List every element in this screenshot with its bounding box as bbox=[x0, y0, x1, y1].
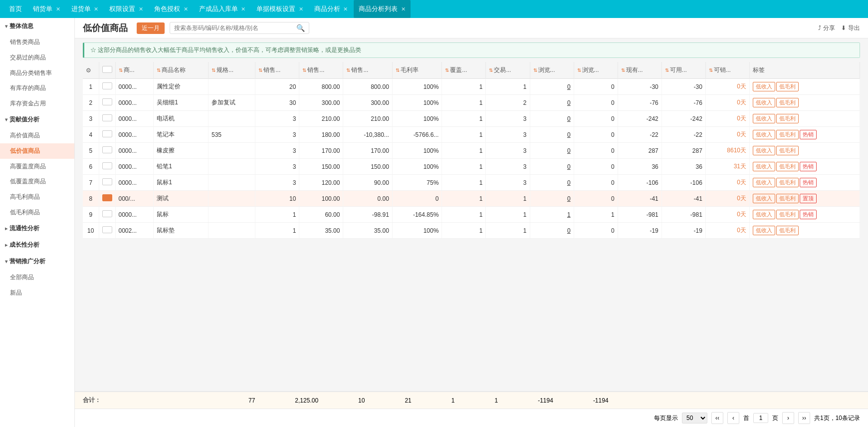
sidebar-group-flow[interactable]: ▸ 流通性分析 bbox=[0, 220, 74, 237]
nav-template[interactable]: 单据模板设置 ✕ bbox=[251, 0, 308, 18]
close-icon[interactable]: ✕ bbox=[94, 6, 98, 12]
nav-role[interactable]: 角色授权 ✕ bbox=[149, 0, 193, 18]
sidebar-group-marketing[interactable]: ▾ 营销推广分析 bbox=[0, 253, 74, 270]
row-checkbox[interactable] bbox=[102, 226, 112, 233]
sidebar-item-high-coverage[interactable]: 高覆盖度商品 bbox=[0, 159, 74, 174]
row-spec bbox=[209, 111, 255, 127]
browse1-link[interactable]: 0 bbox=[567, 163, 571, 170]
close-icon[interactable]: ✕ bbox=[343, 6, 348, 12]
nav-stock-in[interactable]: 产成品入库单 ✕ bbox=[194, 0, 251, 18]
sidebar-item-stock-capital[interactable]: 库存资金占用 bbox=[0, 96, 74, 111]
row-sale2: 180.00 bbox=[299, 127, 343, 143]
close-icon[interactable]: ✕ bbox=[299, 6, 303, 12]
page-input[interactable] bbox=[753, 413, 768, 423]
table-wrapper[interactable]: ⚙ ⇅商... ⇅商品名称 ⇅规格... ⇅销售... ⇅销售... ⇅销售..… bbox=[75, 62, 868, 391]
close-icon[interactable]: ✕ bbox=[401, 6, 406, 12]
col-code[interactable]: ⇅商... bbox=[115, 62, 154, 79]
row-checkbox[interactable] bbox=[102, 146, 112, 153]
sidebar-group-overview[interactable]: ▾ 整体信息 bbox=[0, 18, 74, 34]
search-input[interactable] bbox=[174, 24, 294, 31]
col-sale1[interactable]: ⇅销售... bbox=[255, 62, 299, 79]
col-spec[interactable]: ⇅规格... bbox=[209, 62, 255, 79]
col-sale3[interactable]: ⇅销售... bbox=[343, 62, 392, 79]
browse1-link[interactable]: 0 bbox=[567, 115, 571, 122]
page-size-label: 每页显示 bbox=[654, 414, 678, 423]
row-checkbox[interactable] bbox=[102, 82, 112, 89]
sidebar-item-low-value[interactable]: 低价值商品 bbox=[0, 143, 74, 159]
col-sale2[interactable]: ⇅销售... bbox=[299, 62, 343, 79]
col-saleable[interactable]: ⇅可销... bbox=[705, 62, 749, 79]
row-checkbox[interactable] bbox=[102, 98, 112, 105]
export-button[interactable]: ⬇ 导出 bbox=[841, 24, 860, 32]
col-gross[interactable]: ⇅毛利率 bbox=[392, 62, 441, 79]
row-spec bbox=[209, 143, 255, 159]
row-checkbox[interactable] bbox=[102, 194, 112, 201]
sidebar-item-new-products[interactable]: 新品 bbox=[0, 285, 74, 301]
sidebar-item-low-coverage[interactable]: 低覆盖度商品 bbox=[0, 174, 74, 189]
browse1-link[interactable]: 0 bbox=[567, 99, 571, 106]
first-page-button[interactable]: ‹‹ bbox=[711, 412, 723, 424]
nav-sales[interactable]: 销货单 ✕ bbox=[28, 0, 65, 18]
row-name: 笔记本 bbox=[154, 127, 209, 143]
browse1-link[interactable]: 1 bbox=[567, 211, 571, 218]
browse1-link[interactable]: 0 bbox=[567, 227, 571, 234]
sidebar-item-sales-products[interactable]: 销售类商品 bbox=[0, 34, 74, 50]
settings-icon[interactable]: ⚙ bbox=[86, 67, 91, 74]
sidebar-group-growth[interactable]: ▸ 成长性分析 bbox=[0, 237, 74, 253]
sidebar-item-high-profit[interactable]: 高毛利商品 bbox=[0, 189, 74, 205]
row-name: 鼠标1 bbox=[154, 175, 209, 191]
row-sale3: 300.00 bbox=[343, 95, 392, 111]
row-checkbox[interactable] bbox=[102, 210, 112, 217]
close-icon[interactable]: ✕ bbox=[241, 6, 245, 12]
nav-home[interactable]: 首页 bbox=[4, 0, 27, 18]
row-checkbox[interactable] bbox=[102, 178, 112, 185]
nav-permission[interactable]: 权限设置 ✕ bbox=[104, 0, 148, 18]
sidebar-item-stock-products[interactable]: 有库存的商品 bbox=[0, 80, 74, 96]
col-cover[interactable]: ⇅覆盖... bbox=[442, 62, 486, 79]
nav-product-list[interactable]: 商品分析列表 ✕ bbox=[354, 0, 411, 18]
browse1-link[interactable]: 0 bbox=[567, 195, 571, 202]
col-browse1[interactable]: ⇅浏览... bbox=[530, 62, 574, 79]
browse1-link[interactable]: 0 bbox=[567, 179, 571, 186]
browse1-link[interactable]: 0 bbox=[567, 131, 571, 138]
prev-page-button[interactable]: ‹ bbox=[727, 412, 739, 424]
share-button[interactable]: ⤴ 分享 bbox=[818, 24, 835, 32]
close-icon[interactable]: ✕ bbox=[139, 6, 143, 12]
row-checkbox[interactable] bbox=[102, 162, 112, 169]
sidebar-item-high-value[interactable]: 高价值商品 bbox=[0, 128, 74, 143]
row-sale1: 30 bbox=[255, 95, 299, 111]
close-icon[interactable]: ✕ bbox=[184, 6, 188, 12]
sidebar-item-traded-products[interactable]: 交易过的商品 bbox=[0, 50, 74, 65]
nav-purchase[interactable]: 进货单 ✕ bbox=[66, 0, 104, 18]
main-layout: ▾ 整体信息 销售类商品 交易过的商品 商品分类销售率 有库存的商品 库存资金占… bbox=[0, 18, 868, 427]
row-trade: 1 bbox=[486, 79, 530, 95]
last-page-button[interactable]: ›› bbox=[798, 412, 810, 424]
row-cover: 1 bbox=[442, 159, 486, 175]
page-size-select[interactable]: 50 100 bbox=[682, 413, 707, 424]
close-icon[interactable]: ✕ bbox=[56, 6, 60, 12]
footer-available: -1194 bbox=[593, 397, 609, 404]
sidebar-item-all-products[interactable]: 全部商品 bbox=[0, 270, 74, 285]
row-sale3: 210.00 bbox=[343, 111, 392, 127]
row-spec: 参加复试 bbox=[209, 95, 255, 111]
col-current[interactable]: ⇅现有... bbox=[618, 62, 661, 79]
col-trade[interactable]: ⇅交易... bbox=[486, 62, 530, 79]
nav-product-analysis[interactable]: 商品分析 ✕ bbox=[309, 0, 353, 18]
browse1-link[interactable]: 0 bbox=[567, 83, 571, 90]
select-all-checkbox[interactable] bbox=[102, 66, 112, 73]
sidebar-item-category-rate[interactable]: 商品分类销售率 bbox=[0, 65, 74, 81]
sidebar-item-low-profit[interactable]: 低毛利商品 bbox=[0, 205, 74, 220]
sidebar-group-contribution[interactable]: ▾ 贡献值分析 bbox=[0, 111, 74, 128]
row-checkbox[interactable] bbox=[102, 130, 112, 137]
col-browse2[interactable]: ⇅浏览... bbox=[574, 62, 618, 79]
col-available[interactable]: ⇅可用... bbox=[661, 62, 705, 79]
col-settings[interactable]: ⚙ bbox=[83, 62, 99, 79]
row-checkbox[interactable] bbox=[102, 114, 112, 121]
row-sale1: 3 bbox=[255, 111, 299, 127]
next-page-button[interactable]: › bbox=[782, 412, 794, 424]
col-name[interactable]: ⇅商品名称 bbox=[154, 62, 209, 79]
search-icon[interactable]: 🔍 bbox=[296, 24, 305, 32]
filter-button[interactable]: 近一月 bbox=[137, 22, 165, 34]
table-row: 8000/...测试10100.000.0001100-41-410天低收入低毛… bbox=[83, 191, 860, 207]
browse1-link[interactable]: 0 bbox=[567, 147, 571, 154]
